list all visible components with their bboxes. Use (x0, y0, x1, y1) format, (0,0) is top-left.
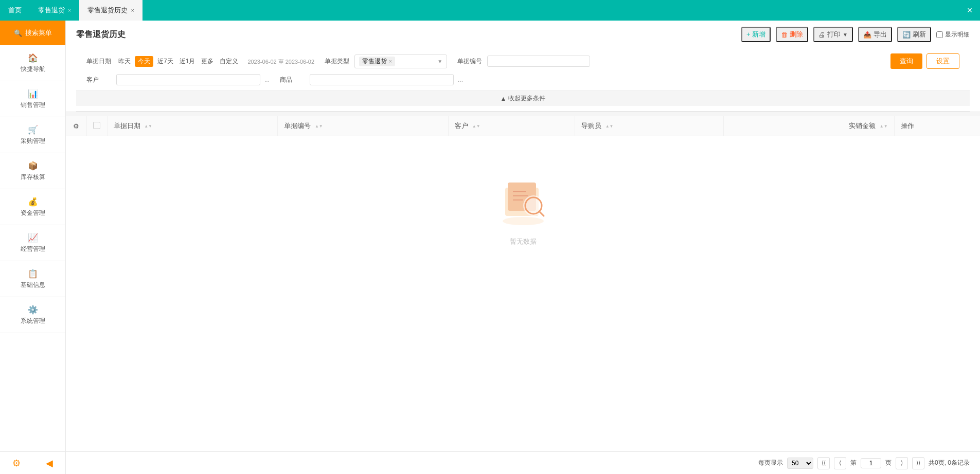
doc-type-label: 单据类型 (325, 57, 350, 66)
sidebar-item-operations[interactable]: 📈经营管理 (0, 225, 65, 261)
toolbar: + 新增 🗑 删除 🖨 打印 ▼ 📤 导出 🔄 (741, 27, 970, 42)
sidebar-item-inventory[interactable]: 📦库存核算 (0, 153, 65, 189)
date-shortcut-今天[interactable]: 今天 (135, 56, 153, 67)
basic-info-icon: 📋 (28, 268, 38, 279)
page-number-input[interactable] (861, 458, 881, 468)
collapse-icon: ▲ (501, 95, 507, 102)
date-shortcut-更多[interactable]: 更多 (199, 56, 216, 67)
doc-type-filter: 单据类型 零售退货 × ▼ (325, 54, 447, 68)
sidebar-item-system-mgmt[interactable]: ⚙️系统管理 (0, 297, 65, 333)
sort-icon-amount[interactable]: ▲▼ (880, 124, 888, 129)
sidebar-search-button[interactable]: 🔍 搜索菜单 (0, 21, 65, 45)
show-detail-checkbox[interactable] (936, 31, 943, 38)
show-detail-checkbox-label[interactable]: 显示明细 (936, 30, 970, 39)
customer-filter: 客户 ... (86, 74, 270, 85)
delete-button[interactable]: 🗑 删除 (776, 27, 808, 42)
tab-home[interactable]: 首页 (0, 0, 30, 21)
page-size-label: 每页显示 (758, 459, 783, 467)
table-header-row: ⚙ 单据日期 ▲▼ 单据编号 ▲▼ 客户 ▲▼ (66, 116, 980, 136)
search-icon: 🔍 (14, 29, 22, 37)
finance-icon: 💰 (28, 196, 38, 207)
date-shortcut-近1月[interactable]: 近1月 (177, 56, 198, 67)
page-size-select[interactable]: 102050100 (787, 458, 813, 469)
page-label-prefix: 第 (850, 459, 857, 467)
customer-picker-icon[interactable]: ... (264, 76, 270, 83)
date-shortcuts: 昨天今天近7天近1月更多自定义 (116, 56, 240, 67)
window-close-button[interactable]: × (959, 0, 980, 21)
th-number: 单据编号 ▲▼ (278, 116, 449, 136)
customer-input[interactable] (116, 74, 260, 85)
doc-number-label: 单据编号 (457, 57, 483, 66)
delete-icon: 🗑 (781, 31, 788, 39)
sales-mgmt-icon: 📊 (28, 88, 38, 99)
collapse-more-button[interactable]: ▲ 收起更多条件 (76, 90, 970, 106)
date-range-text: 2023-06-02 至 2023-06-02 (247, 58, 314, 66)
new-button[interactable]: + 新增 (741, 27, 771, 42)
sidebar-item-finance[interactable]: 💰资金管理 (0, 189, 65, 225)
sidebar-footer: ⚙ ◀ (0, 451, 65, 474)
select-all-checkbox[interactable] (93, 122, 100, 129)
export-button[interactable]: 📤 导出 (858, 27, 892, 42)
sort-icon-date[interactable]: ▲▼ (144, 124, 152, 129)
goods-input[interactable] (310, 74, 454, 85)
doc-type-tag: 零售退货 × (359, 57, 395, 66)
date-filter: 单据日期 昨天今天近7天近1月更多自定义 2023-06-02 至 2023-0… (86, 56, 314, 67)
data-table: ⚙ 单据日期 ▲▼ 单据编号 ▲▼ 客户 ▲▼ (66, 116, 980, 136)
goods-picker-icon[interactable]: ... (458, 76, 463, 83)
th-guide: 导购员 ▲▼ (575, 116, 724, 136)
doc-type-tag-close[interactable]: × (389, 59, 392, 64)
tab-close-retail-return-history[interactable]: × (131, 7, 134, 13)
refresh-button[interactable]: 🔄 刷新 (897, 27, 931, 42)
th-date: 单据日期 ▲▼ (107, 116, 278, 136)
print-button[interactable]: 🖨 打印 ▼ (813, 27, 853, 42)
page-header: 零售退货历史 + 新增 🗑 删除 🖨 打印 ▼ 📤 导出 (66, 21, 980, 112)
th-setting[interactable]: ⚙ (66, 116, 86, 136)
export-icon: 📤 (863, 31, 871, 39)
sidebar-search-label: 搜索菜单 (25, 28, 52, 38)
tab-retail-return-history[interactable]: 零售退货历史× (79, 0, 142, 21)
date-shortcut-昨天[interactable]: 昨天 (116, 56, 133, 67)
content-area: 零售退货历史 + 新增 🗑 删除 🖨 打印 ▼ 📤 导出 (66, 21, 980, 474)
sidebar-nav: 🏠快捷导航📊销售管理🛒采购管理📦库存核算💰资金管理📈经营管理📋基础信息⚙️系统管… (0, 45, 65, 451)
sidebar-item-basic-info[interactable]: 📋基础信息 (0, 261, 65, 297)
svg-point-0 (503, 217, 544, 225)
sidebar-item-purchase-mgmt[interactable]: 🛒采购管理 (0, 117, 65, 153)
tab-retail-return[interactable]: 零售退货× (30, 0, 79, 21)
prev-page-button[interactable]: ⟨ (834, 457, 846, 469)
filter-area: 单据日期 昨天今天近7天近1月更多自定义 2023-06-02 至 2023-0… (76, 48, 970, 112)
filter-row-2: 客户 ... 商品 ... (86, 74, 959, 85)
sort-icon-number[interactable]: ▲▼ (315, 124, 323, 129)
goods-filter: 商品 ... (280, 74, 463, 85)
tab-close-retail-return[interactable]: × (68, 7, 71, 13)
sort-icon-customer[interactable]: ▲▼ (472, 124, 480, 129)
th-action: 操作 (894, 116, 980, 136)
sidebar-label-basic-info: 基础信息 (21, 281, 45, 289)
date-shortcut-自定义[interactable]: 自定义 (218, 56, 240, 67)
first-page-button[interactable]: ⟨⟨ (817, 457, 830, 469)
customer-label: 客户 (86, 76, 112, 84)
sidebar-collapse-icon[interactable]: ◀ (46, 458, 53, 469)
date-shortcut-近7天[interactable]: 近7天 (155, 56, 175, 67)
query-button[interactable]: 查询 (890, 53, 922, 69)
doc-type-select[interactable]: 零售退货 × ▼ (354, 54, 447, 68)
sidebar: 🔍 搜索菜单 🏠快捷导航📊销售管理🛒采购管理📦库存核算💰资金管理📈经营管理📋基础… (0, 21, 66, 474)
print-dropdown-icon: ▼ (843, 32, 848, 38)
doc-number-input[interactable] (487, 56, 590, 67)
sidebar-item-sales-mgmt[interactable]: 📊销售管理 (0, 81, 65, 117)
sidebar-label-operations: 经营管理 (21, 245, 45, 253)
goods-label: 商品 (280, 76, 306, 84)
setting-button[interactable]: 设置 (926, 53, 959, 69)
empty-state: 暂无数据 (66, 136, 980, 287)
sidebar-settings-icon[interactable]: ⚙ (12, 458, 21, 469)
top-bar: 首页零售退货×零售退货历史× × (0, 0, 980, 21)
last-page-button[interactable]: ⟩⟩ (912, 457, 924, 469)
sidebar-item-quick-nav[interactable]: 🏠快捷导航 (0, 45, 65, 81)
table-wrapper: ⚙ 单据日期 ▲▼ 单据编号 ▲▼ 客户 ▲▼ (66, 116, 980, 451)
print-icon: 🖨 (818, 31, 825, 39)
date-filter-label: 单据日期 (86, 57, 112, 66)
doc-number-filter: 单据编号 (457, 56, 590, 67)
sort-icon-guide[interactable]: ▲▼ (605, 124, 614, 129)
tab-label-retail-return: 零售退货 (38, 6, 65, 15)
next-page-button[interactable]: ⟩ (896, 457, 908, 469)
th-check[interactable] (86, 116, 107, 136)
